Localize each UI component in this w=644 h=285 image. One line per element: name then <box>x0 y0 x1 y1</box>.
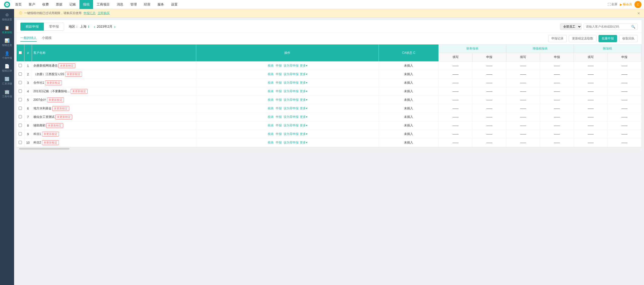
op-declare[interactable]: 申报 <box>276 132 282 136</box>
staff-select[interactable]: 全部员工 <box>560 23 582 30</box>
row-fin-dec: —— <box>472 130 506 138</box>
select-all-checkbox[interactable] <box>19 51 22 54</box>
op-tax-table[interactable]: 税表 <box>268 124 274 127</box>
op-more[interactable]: 更多▾ <box>300 81 307 84</box>
op-zero[interactable]: 设为零申报 <box>284 89 299 93</box>
op-declare[interactable]: 申报 <box>276 98 282 102</box>
scroll-bar[interactable] <box>17 147 641 150</box>
nav-manage[interactable]: 管理 <box>127 0 140 9</box>
sidebar-item-tax-settings[interactable]: ⚙ 报税设置 <box>0 10 14 23</box>
buy-now-link[interactable]: 立即购买 <box>98 11 110 15</box>
fullscreen-button[interactable]: ⛶ 全屏 <box>608 2 617 7</box>
sidebar-item-tax-records[interactable]: 📄 报税记录 <box>0 62 14 74</box>
op-zero[interactable]: 设为零申报 <box>284 64 299 67</box>
op-tax-table[interactable]: 税表 <box>268 72 274 76</box>
op-declare[interactable]: 申报 <box>276 124 282 127</box>
nav-tax[interactable]: 报税 <box>79 0 93 9</box>
op-declare[interactable]: 申报 <box>276 72 282 76</box>
op-zero[interactable]: 设为零申报 <box>284 132 299 136</box>
batch-declare-button[interactable]: 批量申报 <box>598 35 617 42</box>
row-select-checkbox[interactable] <box>19 89 22 93</box>
date-prev-button[interactable]: ‹ <box>94 24 95 29</box>
op-tax-table[interactable]: 税表 <box>268 64 274 67</box>
row-select-checkbox[interactable] <box>19 141 22 144</box>
th-declare-group: 增值税报表 <box>506 44 574 53</box>
op-declare[interactable]: 申报 <box>276 81 282 84</box>
nav-invoice[interactable]: 票据 <box>52 0 66 9</box>
sidebar-item-batch-tax[interactable]: 📋 批量报税 <box>0 23 14 36</box>
row-select-checkbox[interactable] <box>19 124 22 127</box>
op-declare[interactable]: 申报 <box>276 89 282 93</box>
nav-settings[interactable]: 设置 <box>168 0 181 9</box>
op-zero[interactable]: 设为零申报 <box>284 124 299 127</box>
op-more[interactable]: 更多▾ <box>300 107 307 110</box>
op-more[interactable]: 更多▾ <box>300 64 307 67</box>
row-select-checkbox[interactable] <box>19 107 22 110</box>
op-zero[interactable]: 设为零申报 <box>284 107 299 110</box>
row-select-checkbox[interactable] <box>19 64 22 67</box>
search-button[interactable]: 🔍 <box>629 24 637 30</box>
tab-tax-declare[interactable]: 税款申报 <box>20 23 44 31</box>
op-tax-table[interactable]: 税表 <box>268 132 274 136</box>
ca-filter-icon[interactable]: C <box>413 51 415 55</box>
banner-close-button[interactable]: ✕ <box>637 11 640 15</box>
op-zero[interactable]: 设为零申报 <box>284 81 299 84</box>
op-declare[interactable]: 申报 <box>276 115 282 119</box>
tab-zero-declare[interactable]: 零申报 <box>44 23 64 31</box>
nav-home[interactable]: 首页 <box>12 0 25 9</box>
op-declare[interactable]: 申报 <box>276 107 282 110</box>
op-more[interactable]: 更多▾ <box>300 98 307 102</box>
row-select-checkbox[interactable] <box>19 115 22 118</box>
op-more[interactable]: 更多▾ <box>300 72 307 76</box>
nav-business[interactable]: 工商项目 <box>93 0 113 9</box>
user-avatar[interactable]: C <box>634 1 641 8</box>
op-more[interactable]: 更多▾ <box>300 124 307 127</box>
region-info-icon: ℹ <box>88 25 89 28</box>
op-tax-table[interactable]: 税表 <box>268 98 274 102</box>
op-declare[interactable]: 申报 <box>276 141 282 144</box>
search-input[interactable] <box>584 24 629 29</box>
records-button[interactable]: 申报记录 <box>548 35 567 42</box>
sidebar-item-calc-clear[interactable]: 🔢 汇算清缴 <box>0 74 14 87</box>
nav-message[interactable]: 消息 <box>113 0 127 9</box>
update-tax-button[interactable]: 更新税定及取数 <box>569 35 596 42</box>
type-bar: 一般的纳人 小规模 申报记录 更新税定及取数 批量申报 收取回执 <box>17 33 641 44</box>
op-more[interactable]: 更多▾ <box>300 141 307 144</box>
op-tax-table[interactable]: 税表 <box>268 141 274 144</box>
row-checkbox <box>17 62 24 70</box>
op-declare[interactable]: 申报 <box>276 64 282 67</box>
horizontal-scrollbar[interactable] <box>19 148 69 150</box>
sidebar-item-business-report[interactable]: 🏢 工商年报 <box>0 87 14 100</box>
op-more[interactable]: 更多▾ <box>300 115 307 119</box>
nav-right: ⛶ 全屏 ▶ 畅会员 C <box>608 1 641 8</box>
report-summary-link[interactable]: 申报汇总 <box>84 11 96 15</box>
op-tax-table[interactable]: 税表 <box>268 107 274 110</box>
row-select-checkbox[interactable] <box>19 81 22 84</box>
row-select-checkbox[interactable] <box>19 132 22 135</box>
withdraw-button[interactable]: 收取回执 <box>619 35 638 42</box>
row-ops: 税表 申报 设为零申报 更多▾ <box>196 79 379 87</box>
op-zero[interactable]: 设为零申报 <box>284 98 299 102</box>
nav-accounting[interactable]: 记账 <box>66 0 79 9</box>
nav-fee[interactable]: 收费 <box>39 0 52 9</box>
date-next-button[interactable]: › <box>114 24 115 29</box>
op-tax-table[interactable]: 税表 <box>268 115 274 119</box>
op-tax-table[interactable]: 税表 <box>268 81 274 84</box>
sidebar-item-personal-tax[interactable]: 👤 个税申报 <box>0 49 14 62</box>
op-more[interactable]: 更多▾ <box>300 132 307 136</box>
op-zero[interactable]: 设为零申报 <box>284 115 299 119</box>
row-select-checkbox[interactable] <box>19 72 22 76</box>
op-more[interactable]: 更多▾ <box>300 89 307 93</box>
nav-service[interactable]: 服务 <box>154 0 168 9</box>
tab-small-scale[interactable]: 小规模 <box>42 36 52 42</box>
op-tax-table[interactable]: 税表 <box>268 89 274 93</box>
op-zero[interactable]: 设为零申报 <box>284 141 299 144</box>
row-fin-fill: —— <box>439 138 472 147</box>
row-select-checkbox[interactable] <box>19 98 22 101</box>
nav-customer[interactable]: 客户 <box>25 0 39 9</box>
sidebar-item-tax-overview[interactable]: 📊 报税总览 <box>0 36 14 49</box>
upgrade-button[interactable]: ▶ 畅会员 <box>620 2 632 7</box>
nav-operation[interactable]: 经营 <box>140 0 154 9</box>
op-zero[interactable]: 设为零申报 <box>284 72 299 76</box>
tab-general-taxpayer[interactable]: 一般的纳人 <box>20 36 37 42</box>
